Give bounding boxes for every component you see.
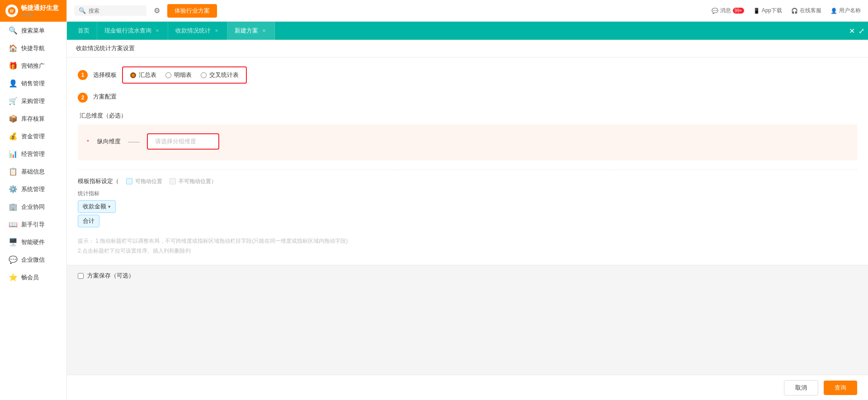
sidebar-item-basic-info[interactable]: 📋 基础信息 bbox=[0, 163, 66, 180]
breadcrumb: 收款情况统计方案设置 bbox=[76, 45, 135, 52]
sidebar-item-label: 畅会员 bbox=[21, 273, 39, 282]
sidebar-item-sys-mgmt[interactable]: ⚙️ 系统管理 bbox=[0, 180, 66, 198]
service-label: 在线客服 bbox=[800, 7, 821, 14]
inventory-icon: 📦 bbox=[9, 114, 18, 123]
user-avatar: 👤 bbox=[830, 8, 837, 14]
sales-icon: 👤 bbox=[9, 79, 18, 88]
main-area: 🔍 ⚙ 体验行业方案 💬 消息 99+ 📱 App下载 🎧 在线客服 👤 bbox=[67, 0, 868, 400]
radio-detail-input[interactable] bbox=[165, 72, 171, 78]
sidebar-item-wechat[interactable]: 💬 企业微信 bbox=[0, 251, 66, 268]
sidebar-item-member[interactable]: ⭐ 畅会员 bbox=[0, 268, 66, 286]
tab-bar: 首页 现金银行流水查询 × 收款情况统计 × 新建方案 × ✕ ⤢ bbox=[67, 22, 868, 40]
dimension-row: * 纵向维度 —— 请选择分组维度 bbox=[87, 133, 848, 150]
logo-badge: 标准版 bbox=[21, 12, 59, 18]
topbar: 🔍 ⚙ 体验行业方案 💬 消息 99+ 📱 App下载 🎧 在线客服 👤 bbox=[67, 0, 868, 22]
download-button[interactable]: 📱 App下载 bbox=[753, 7, 782, 14]
sidebar-item-smart-hw[interactable]: 🖥️ 智能硬件 bbox=[0, 233, 66, 251]
query-button[interactable]: 查询 bbox=[824, 381, 857, 395]
step1-title: 选择模板 bbox=[93, 71, 117, 79]
topbar-search-box[interactable]: 🔍 bbox=[74, 5, 146, 16]
metrics-header-label: 模板指标设定（ bbox=[78, 177, 119, 185]
newbie-icon: 📖 bbox=[9, 220, 18, 229]
metrics-hints: 可拖动位置 不可拖动位置） bbox=[126, 178, 217, 185]
sidebar-item-sales[interactable]: 👤 销售管理 bbox=[0, 75, 66, 92]
user-info[interactable]: 👤 用户名称 bbox=[830, 7, 861, 14]
metrics-header: 模板指标设定（ 可拖动位置 不可拖动位置） bbox=[78, 177, 857, 185]
sidebar-item-label: 采购管理 bbox=[21, 97, 45, 105]
maximize-window-icon[interactable]: ⤢ bbox=[859, 27, 864, 35]
topbar-left: 🔍 ⚙ 体验行业方案 bbox=[74, 4, 217, 18]
metrics-tag-label: 收款金额 bbox=[83, 202, 106, 211]
sidebar-item-label: 营销推广 bbox=[21, 62, 45, 70]
sidebar-item-enterprise[interactable]: 🏢 企业协同 bbox=[0, 198, 66, 216]
radio-summary[interactable]: 汇总表 bbox=[130, 71, 156, 79]
quick-nav-icon: 🏠 bbox=[9, 44, 18, 52]
tab-collect-stat-close[interactable]: × bbox=[213, 28, 220, 34]
metrics-tag-amount[interactable]: 收款金额 ▾ bbox=[78, 200, 116, 213]
sidebar-item-label: 企业微信 bbox=[21, 256, 45, 264]
vertical-dimension-label: 纵向维度 bbox=[97, 137, 121, 146]
sidebar-item-capital[interactable]: 💰 资金管理 bbox=[0, 127, 66, 145]
sidebar-item-marketing[interactable]: 🎁 营销推广 bbox=[0, 57, 66, 75]
search-menu-icon: 🔍 bbox=[9, 26, 18, 35]
sidebar-item-search-menu[interactable]: 🔍 搜索菜单 bbox=[0, 22, 66, 39]
dimension-label: 汇总维度（必选） bbox=[78, 112, 857, 120]
hint-draggable: 可拖动位置 bbox=[126, 178, 162, 185]
sidebar-item-label: 智能硬件 bbox=[21, 238, 45, 246]
sidebar-item-newbie[interactable]: 📖 新手引导 bbox=[0, 216, 66, 233]
sidebar-item-operations[interactable]: 📊 经营管理 bbox=[0, 145, 66, 163]
subtotal-tag: 合计 bbox=[78, 215, 99, 227]
required-star: * bbox=[87, 138, 89, 145]
tab-collect-stat[interactable]: 收款情况统计 × bbox=[168, 22, 227, 40]
tips-line2: 2.点击标题栏下拉可设置排序、插入列和删除列 bbox=[78, 246, 857, 256]
page-header: 收款情况统计方案设置 bbox=[67, 40, 868, 57]
sys-icon: ⚙️ bbox=[9, 185, 18, 193]
sidebar-item-label: 资金管理 bbox=[21, 132, 45, 141]
radio-cross[interactable]: 交叉统计表 bbox=[201, 71, 239, 79]
metrics-grid: 统计指标 收款金额 ▾ 合计 bbox=[78, 190, 857, 227]
close-window-icon[interactable]: ✕ bbox=[849, 27, 855, 35]
cancel-button[interactable]: 取消 bbox=[784, 380, 818, 395]
trial-industry-button[interactable]: 体验行业方案 bbox=[167, 4, 217, 18]
sidebar-logo: 好 畅捷通好生意 标准版 bbox=[0, 0, 66, 22]
message-label: 消息 bbox=[720, 7, 731, 14]
save-checkbox[interactable] bbox=[78, 273, 84, 279]
settings-icon[interactable]: ⚙ bbox=[154, 6, 160, 15]
capital-icon: 💰 bbox=[9, 132, 18, 141]
sidebar-item-label: 经营管理 bbox=[21, 150, 45, 158]
tab-bank-flow[interactable]: 现金银行流水查询 × bbox=[97, 22, 168, 40]
sidebar-item-label: 新手引导 bbox=[21, 221, 45, 229]
tab-bank-flow-close[interactable]: × bbox=[154, 28, 160, 34]
message-badge: 99+ bbox=[733, 8, 744, 14]
sidebar-item-purchase[interactable]: 🛒 采购管理 bbox=[0, 92, 66, 110]
tab-new-plan[interactable]: 新建方案 × bbox=[227, 22, 275, 40]
step2-row: 2 方案配置 bbox=[78, 93, 857, 103]
draggable-box bbox=[126, 178, 132, 184]
radio-detail[interactable]: 明细表 bbox=[165, 71, 192, 79]
message-button[interactable]: 💬 消息 99+ bbox=[712, 7, 744, 14]
sidebar-item-label: 企业协同 bbox=[21, 203, 45, 211]
step2-title: 方案配置 bbox=[93, 93, 117, 101]
search-input[interactable] bbox=[89, 8, 143, 14]
operations-icon: 📊 bbox=[9, 150, 18, 158]
user-name: 用户名称 bbox=[839, 7, 861, 14]
sidebar-item-label: 搜索菜单 bbox=[21, 27, 45, 35]
tab-home[interactable]: 首页 bbox=[71, 22, 97, 40]
sidebar-item-inventory[interactable]: 📦 库存核算 bbox=[0, 110, 66, 127]
logo-icon: 好 bbox=[5, 5, 18, 17]
tabs-window-controls: ✕ ⤢ bbox=[849, 27, 864, 35]
download-label: App下载 bbox=[762, 7, 782, 14]
message-icon: 💬 bbox=[712, 8, 718, 14]
radio-cross-input[interactable] bbox=[201, 72, 207, 78]
tab-new-plan-close[interactable]: × bbox=[261, 28, 267, 34]
smart-hw-icon: 🖥️ bbox=[9, 238, 18, 246]
sidebar-item-label: 销售管理 bbox=[21, 80, 45, 88]
form-section: 1 选择模板 汇总表 明细表 交叉统计表 bbox=[67, 57, 868, 265]
service-button[interactable]: 🎧 在线客服 bbox=[791, 7, 821, 14]
dimension-selector[interactable]: 请选择分组维度 bbox=[147, 133, 219, 150]
purchase-icon: 🛒 bbox=[9, 97, 18, 105]
sidebar: 好 畅捷通好生意 标准版 🔍 搜索菜单 🏠 快捷导航 🎁 营销推广 👤 销售管理… bbox=[0, 0, 67, 400]
radio-summary-input[interactable] bbox=[130, 72, 136, 78]
search-icon: 🔍 bbox=[79, 7, 86, 14]
sidebar-item-quick-nav[interactable]: 🏠 快捷导航 bbox=[0, 39, 66, 57]
